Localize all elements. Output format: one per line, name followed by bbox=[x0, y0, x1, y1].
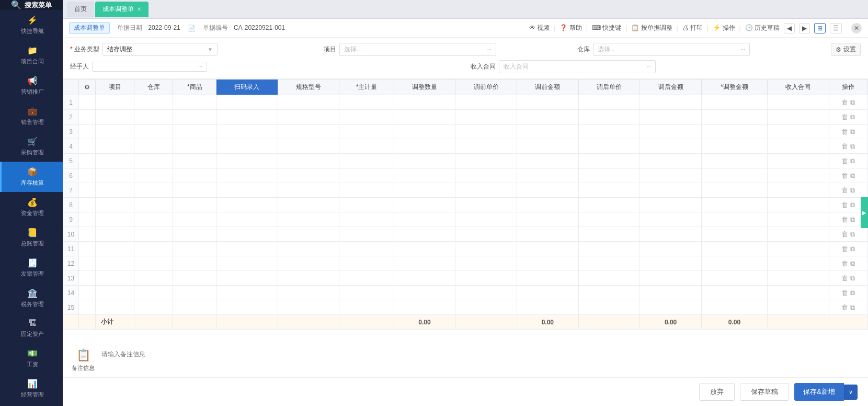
cell-unit-6[interactable] bbox=[339, 168, 394, 183]
cell-adjust_qty-7[interactable] bbox=[394, 183, 455, 198]
copy-icon-2[interactable]: ⧉ bbox=[850, 113, 855, 121]
cell-unit-8[interactable] bbox=[339, 198, 394, 212]
cell-before_price-10[interactable] bbox=[455, 227, 517, 242]
cell-adjust_qty-9[interactable] bbox=[394, 212, 455, 227]
cell-project-8[interactable] bbox=[96, 198, 134, 212]
cell-project-12[interactable] bbox=[96, 256, 134, 271]
cell-before_price-1[interactable] bbox=[455, 95, 517, 110]
cell-adjust_qty-10[interactable] bbox=[394, 227, 455, 242]
cell-adjust_amount-13[interactable] bbox=[701, 271, 767, 286]
delete-icon-3[interactable]: 🗑 bbox=[841, 128, 848, 136]
sidebar-item-project-contract[interactable]: 📁项目合同 bbox=[0, 40, 63, 71]
cell-before_price-8[interactable] bbox=[455, 198, 517, 212]
cell-after_price-5[interactable] bbox=[578, 154, 640, 168]
cell-before_amount-13[interactable] bbox=[517, 271, 579, 286]
nav-prev-button[interactable]: ◀ bbox=[784, 23, 795, 33]
cell-income_contract-8[interactable] bbox=[768, 198, 829, 212]
sidebar-item-basic-info[interactable]: 🗂基础信息 bbox=[0, 404, 63, 406]
copy-icon-7[interactable]: ⧉ bbox=[850, 186, 855, 195]
cell-warehouse-14[interactable] bbox=[134, 286, 173, 300]
cell-before_price-15[interactable] bbox=[455, 300, 517, 315]
copy-icon-3[interactable]: ⧉ bbox=[850, 128, 855, 136]
cell-before_amount-15[interactable] bbox=[517, 300, 579, 315]
cell-unit-3[interactable] bbox=[339, 125, 394, 139]
copy-icon-5[interactable]: ⧉ bbox=[850, 157, 855, 165]
cell-gear-1[interactable] bbox=[79, 95, 96, 110]
cell-after_price-2[interactable] bbox=[578, 110, 640, 125]
cell-adjust_amount-5[interactable] bbox=[701, 154, 767, 168]
cell-income_contract-15[interactable] bbox=[768, 300, 829, 315]
cell-project-6[interactable] bbox=[96, 168, 134, 183]
cell-adjust_qty-13[interactable] bbox=[394, 271, 455, 286]
cell-adjust_qty-6[interactable] bbox=[394, 168, 455, 183]
cell-adjust_qty-3[interactable] bbox=[394, 125, 455, 139]
cell-warehouse-13[interactable] bbox=[134, 271, 173, 286]
cell-goods-10[interactable] bbox=[173, 227, 216, 242]
delete-icon-10[interactable]: 🗑 bbox=[841, 230, 848, 238]
cell-after_amount-14[interactable] bbox=[640, 286, 702, 300]
cell-unit-13[interactable] bbox=[339, 271, 394, 286]
delete-icon-8[interactable]: 🗑 bbox=[841, 201, 848, 209]
close-button[interactable]: ✕ bbox=[851, 23, 862, 33]
cell-before_price-13[interactable] bbox=[455, 271, 517, 286]
cell-project-11[interactable] bbox=[96, 242, 134, 256]
cell-before_amount-7[interactable] bbox=[517, 183, 579, 198]
cell-before_price-14[interactable] bbox=[455, 286, 517, 300]
cell-spec-1[interactable] bbox=[278, 95, 339, 110]
cell-income_contract-7[interactable] bbox=[768, 183, 829, 198]
cell-after_amount-8[interactable] bbox=[640, 198, 702, 212]
cell-before_amount-14[interactable] bbox=[517, 286, 579, 300]
cell-scan-15[interactable] bbox=[216, 300, 278, 315]
cell-gear-10[interactable] bbox=[79, 227, 96, 242]
cell-warehouse-5[interactable] bbox=[134, 154, 173, 168]
cell-after_amount-4[interactable] bbox=[640, 139, 702, 154]
business-type-input[interactable]: 结存调整 ▼ bbox=[102, 43, 218, 56]
cell-adjust_amount-7[interactable] bbox=[701, 183, 767, 198]
cell-before_amount-12[interactable] bbox=[517, 256, 579, 271]
cell-before_amount-5[interactable] bbox=[517, 154, 579, 168]
cell-goods-15[interactable] bbox=[173, 300, 216, 315]
cell-adjust_qty-4[interactable] bbox=[394, 139, 455, 154]
cell-adjust_amount-2[interactable] bbox=[701, 110, 767, 125]
cell-income_contract-6[interactable] bbox=[768, 168, 829, 183]
cell-before_price-5[interactable] bbox=[455, 154, 517, 168]
sidebar-item-invoice-management[interactable]: 🧾发票管理 bbox=[0, 253, 63, 283]
sidebar-item-sales-promotion[interactable]: 📢营销推广 bbox=[0, 71, 63, 101]
discard-button[interactable]: 放弃 bbox=[699, 383, 735, 401]
grid-view-icon[interactable]: ⊞ bbox=[814, 23, 826, 33]
cell-adjust_amount-1[interactable] bbox=[701, 95, 767, 110]
cell-before_price-3[interactable] bbox=[455, 125, 517, 139]
sidebar-item-sales-management[interactable]: 💼销售管理 bbox=[0, 101, 63, 131]
delete-icon-15[interactable]: 🗑 bbox=[841, 303, 848, 311]
cell-spec-12[interactable] bbox=[278, 256, 339, 271]
cell-scan-4[interactable] bbox=[216, 139, 278, 154]
sidebar-item-purchase-management[interactable]: 🛒采购管理 bbox=[0, 131, 63, 162]
cell-project-13[interactable] bbox=[96, 271, 134, 286]
cell-after_price-9[interactable] bbox=[578, 212, 640, 227]
cell-before_amount-6[interactable] bbox=[517, 168, 579, 183]
copy-icon-10[interactable]: ⧉ bbox=[850, 230, 855, 239]
cell-warehouse-12[interactable] bbox=[134, 256, 173, 271]
cell-warehouse-1[interactable] bbox=[134, 95, 173, 110]
save-draft-button[interactable]: 保存草稿 bbox=[740, 383, 789, 401]
cell-unit-2[interactable] bbox=[339, 110, 394, 125]
cell-project-7[interactable] bbox=[96, 183, 134, 198]
view-action[interactable]: 👁 视频 bbox=[529, 24, 550, 32]
cell-adjust_amount-15[interactable] bbox=[701, 300, 767, 315]
cell-adjust_qty-1[interactable] bbox=[394, 95, 455, 110]
cell-unit-12[interactable] bbox=[339, 256, 394, 271]
cell-before_price-7[interactable] bbox=[455, 183, 517, 198]
cell-after_amount-15[interactable] bbox=[640, 300, 702, 315]
cell-income_contract-10[interactable] bbox=[768, 227, 829, 242]
cell-after_price-7[interactable] bbox=[578, 183, 640, 198]
cell-unit-4[interactable] bbox=[339, 139, 394, 154]
cell-project-5[interactable] bbox=[96, 154, 134, 168]
nav-next-button[interactable]: ▶ bbox=[799, 23, 810, 33]
cell-scan-11[interactable] bbox=[216, 242, 278, 256]
cell-unit-5[interactable] bbox=[339, 154, 394, 168]
cell-income_contract-5[interactable] bbox=[768, 154, 829, 168]
cell-after_price-3[interactable] bbox=[578, 125, 640, 139]
cell-project-15[interactable] bbox=[96, 300, 134, 315]
cell-goods-1[interactable] bbox=[173, 95, 216, 110]
cell-after_price-14[interactable] bbox=[578, 286, 640, 300]
